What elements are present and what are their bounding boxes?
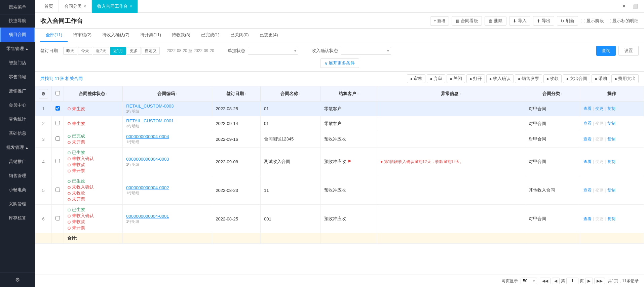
row-select-checkbox[interactable] <box>55 216 60 220</box>
view-action[interactable]: 查看 <box>583 136 592 142</box>
payment-btn[interactable]: ● 收款 <box>543 74 562 83</box>
edit-action[interactable]: 变更 <box>595 106 603 112</box>
next-page-btn[interactable]: ▶ <box>585 278 593 284</box>
prev-page-btn[interactable]: ◀ <box>552 278 560 284</box>
row-code[interactable]: RETAIL_CUSTOM-00031行明细 <box>123 101 212 116</box>
sidebar-item-retail-stats[interactable]: 零售统计 <box>0 112 35 126</box>
window-close-btn[interactable]: ✕ <box>620 2 628 10</box>
view-action[interactable]: 查看 <box>583 216 592 222</box>
sidebar-item-base-info[interactable]: 基础信息 <box>0 126 35 140</box>
copy-action[interactable]: 复制 <box>607 216 615 222</box>
expand-conditions-btn[interactable]: ∨ 展开更多条件 <box>320 58 359 68</box>
per-page-select[interactable]: 10 20 50 100 <box>521 278 537 284</box>
sidebar-item-purchase[interactable]: 采购管理 <box>0 197 35 211</box>
sub-tab-pending-review[interactable]: 待审核(2) <box>68 29 97 42</box>
per-page-select-wrapper[interactable]: 10 20 50 100 <box>521 278 537 284</box>
column-settings-icon[interactable]: ⚙ <box>39 89 48 98</box>
sidebar-item-smart-store[interactable]: 智慧门店 <box>0 56 35 70</box>
sub-tab-all[interactable]: 全部(11) <box>40 29 68 42</box>
set-btn[interactable]: 设置 <box>618 46 639 56</box>
expense-out-btn[interactable]: ● 费用支出 <box>611 74 639 83</box>
purchase-btn[interactable]: ● 采购 <box>592 74 610 83</box>
sidebar-item-retail-mall[interactable]: 零售商城 <box>0 70 35 84</box>
copy-action[interactable]: 复制 <box>607 106 615 112</box>
sub-tab-changed[interactable]: 已变更(4) <box>254 29 283 42</box>
date-btn-custom[interactable]: 自定义 <box>142 47 160 55</box>
col-contract-code[interactable]: 合同编码 <box>123 86 212 101</box>
sidebar-quick-nav[interactable]: 快捷导航 <box>0 14 35 28</box>
col-contract-status[interactable]: 合同整体状态 <box>64 86 123 101</box>
row-code[interactable]: 0000000000004-00041行明细 <box>123 131 212 148</box>
sub-tab-pending-confirm[interactable]: 待收入确认(7) <box>97 29 135 42</box>
row-select-checkbox[interactable] <box>55 188 60 192</box>
sub-tab-completed[interactable]: 已完成(1) <box>196 29 225 42</box>
col-settings[interactable]: ⚙ <box>35 86 52 101</box>
last-page-btn[interactable]: ▶▶ <box>594 278 605 284</box>
copy-action[interactable]: 复制 <box>607 121 615 126</box>
show-details-checkbox[interactable] <box>607 19 611 23</box>
row-code[interactable]: 0000000000004-00031行明细 <box>123 148 212 176</box>
tab-contract-category-close[interactable]: × <box>84 4 86 9</box>
print-btn[interactable]: ● 打开 <box>466 74 485 83</box>
date-btn-last7[interactable]: 近7天 <box>93 47 109 55</box>
import-btn[interactable]: ⬇ 导入 <box>509 16 530 26</box>
row-checkbox-cell[interactable] <box>52 176 64 205</box>
select-all-checkbox[interactable] <box>55 91 60 95</box>
contract-code-link[interactable]: 0000000000004-0004 <box>126 134 169 139</box>
table-scroll[interactable]: ⚙ 合同整体状态 合同编码 签订日期 合同名称 结算客户 异常信息 合同分类 <box>35 86 644 275</box>
col-checkbox[interactable] <box>52 86 64 101</box>
row-checkbox-cell[interactable] <box>52 131 64 148</box>
col-error-info[interactable]: 异常信息 <box>377 86 525 101</box>
view-action[interactable]: 查看 <box>583 106 592 112</box>
contract-code-link[interactable]: 0000000000004-0002 <box>126 185 169 190</box>
sidebar-item-batch-mgmt[interactable]: 批发管理 ▲ <box>0 140 35 155</box>
gear-icon[interactable]: ⚙ <box>15 277 20 283</box>
copy-action[interactable]: 复制 <box>607 159 615 165</box>
date-btn-more[interactable]: 更多 <box>127 47 141 55</box>
col-sign-date[interactable]: 签订日期 <box>212 86 261 101</box>
window-maximize-btn[interactable]: ⬜ <box>631 2 640 10</box>
tab-contract-category[interactable]: 合同分类 × <box>59 0 92 13</box>
sidebar-search[interactable]: 搜索菜单 <box>0 0 35 14</box>
sub-tab-pending-payment[interactable]: 待收款(8) <box>166 29 196 42</box>
tab-income-contract[interactable]: 收入合同工作台 × <box>92 0 138 13</box>
col-customer[interactable]: 结算客户 <box>321 86 377 101</box>
copy-action[interactable]: 复制 <box>607 136 615 142</box>
view-action[interactable]: 查看 <box>583 188 592 193</box>
sidebar-item-retail[interactable]: 零售管理 ▲ <box>0 42 35 56</box>
view-action[interactable]: 查看 <box>583 159 592 165</box>
date-btn-yesterday[interactable]: 昨天 <box>63 47 77 55</box>
sidebar-item-xiao-ecom[interactable]: 小畅电商 <box>0 183 35 197</box>
contract-code-link[interactable]: 0000000000004-0001 <box>126 214 169 219</box>
sub-tab-pending-invoice[interactable]: 待开票(11) <box>135 29 166 42</box>
sidebar-item-marketing2[interactable]: 营销推广 <box>0 155 35 169</box>
tab-home[interactable]: 首页 <box>39 0 59 13</box>
audit-btn[interactable]: ● 审核 <box>407 74 425 83</box>
sidebar-item-marketing[interactable]: 营销推广 <box>0 84 35 98</box>
row-checkbox-cell[interactable] <box>52 101 64 116</box>
contract-code-link[interactable]: 0000000000004-0003 <box>126 157 169 162</box>
copy-action[interactable]: 复制 <box>607 188 615 193</box>
contract-board-btn[interactable]: ▦ 合同看板 <box>452 16 482 26</box>
date-btn-last1month[interactable]: 近1月 <box>110 47 126 55</box>
abandon-btn[interactable]: ● 弃审 <box>427 74 445 83</box>
row-code[interactable]: RETAIL_CUSTOM-00013行明细 <box>123 116 212 131</box>
sidebar-item-stock[interactable]: 库存核算 <box>0 211 35 225</box>
show-stages-label[interactable]: 显示阶段 <box>581 18 604 24</box>
row-code[interactable]: 0000000000004-00021行明细 <box>123 176 212 205</box>
doc-status-select-wrapper[interactable] <box>248 47 298 55</box>
view-action[interactable]: 查看 <box>583 121 592 126</box>
row-code[interactable]: 0000000000004-00011行明细 <box>123 205 212 233</box>
row-checkbox-cell[interactable] <box>52 116 64 131</box>
income-confirm-btn[interactable]: ● 收入确认 <box>486 74 514 83</box>
col-category[interactable]: 合同分类 <box>525 86 580 101</box>
row-select-checkbox[interactable] <box>55 121 60 125</box>
query-btn[interactable]: 查询 <box>596 46 616 56</box>
contract-code-link[interactable]: RETAIL_CUSTOM-0001 <box>126 118 174 123</box>
delete-btn[interactable]: 🗑 删除 <box>485 16 506 26</box>
sidebar-item-project[interactable]: 项目合同 <box>0 28 35 42</box>
new-btn[interactable]: + 新增 <box>430 16 449 26</box>
row-checkbox-cell[interactable] <box>52 148 64 176</box>
sub-tab-closed[interactable]: 已关闭(0) <box>225 29 254 42</box>
doc-status-select[interactable] <box>248 47 298 55</box>
